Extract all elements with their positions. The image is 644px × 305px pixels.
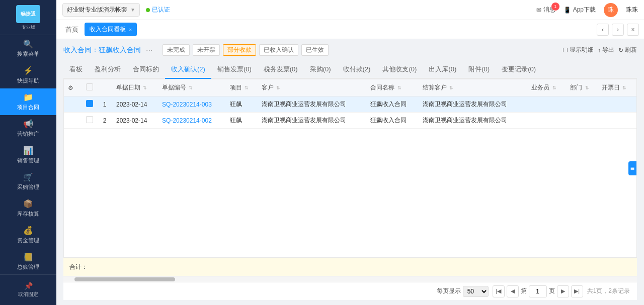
sidebar-item-marketing[interactable]: 📢营销推广 bbox=[0, 115, 56, 142]
sub-tab-payment[interactable]: 收付款(2) bbox=[337, 61, 377, 78]
right-action-panel[interactable]: ≡ bbox=[628, 161, 636, 175]
sub-tab-tax-invoice[interactable]: 税务发票(0) bbox=[258, 61, 304, 78]
table-area: ⚙ 单据日期 ⇅ 单据编号 ⇅ 项目 ⇅ 客户 ⇅ 合同名称 ⇅ 结算客户 ⇅ … bbox=[63, 79, 637, 258]
table-row[interactable]: 2 2023-02-14 SQ-20230214-002 狂飙 湖南卫视商业运营… bbox=[64, 113, 636, 129]
sidebar-item-purchase[interactable]: 🛒采购管理 bbox=[0, 168, 56, 195]
sort-icon-open-date[interactable]: ⇅ bbox=[622, 85, 626, 90]
sub-tab-change-log[interactable]: 变更记录(0) bbox=[496, 61, 542, 78]
sort-icon-dept[interactable]: ⇅ bbox=[585, 85, 589, 90]
total-row: 合计： bbox=[63, 258, 637, 276]
status-tag-not-invoiced[interactable]: 未开票 bbox=[193, 44, 220, 56]
status-tag-active[interactable]: 已生效 bbox=[301, 44, 329, 56]
sidebar-item-quick-nav[interactable]: ⚡快捷导航 bbox=[0, 62, 56, 88]
sidebar-item-general[interactable]: 📒总账管理 bbox=[0, 248, 56, 274]
header-checkbox[interactable] bbox=[86, 83, 93, 90]
first-page-btn[interactable]: |◀ bbox=[493, 285, 505, 297]
topbar-message-btn[interactable]: ✉ 消息 1 bbox=[536, 6, 555, 14]
tab-active[interactable]: 收入合同看板 × bbox=[85, 23, 137, 36]
sidebar: 畅捷通 专业版 🔍搜索菜单⚡快捷导航📁项目合同📢营销推广📊销售管理🛒采购管理📦库… bbox=[0, 0, 56, 305]
sub-tab-in-out[interactable]: 出入库(0) bbox=[423, 61, 462, 78]
topbar-right: ✉ 消息 1 📱 App下载 珠 珠珠 bbox=[536, 3, 638, 17]
scrollbar-thumb[interactable] bbox=[74, 277, 175, 281]
status-tag-not-complete[interactable]: 未完成 bbox=[163, 44, 190, 56]
tabbar: 首页 收入合同看板 × ‹ › × bbox=[56, 20, 644, 39]
tab-active-label: 收入合同看板 bbox=[90, 25, 126, 34]
tab-nav-close[interactable]: × bbox=[627, 24, 639, 36]
tab-home[interactable]: 首页 bbox=[61, 25, 83, 34]
header-action-export[interactable]: ↑ 导出 bbox=[598, 46, 614, 54]
topbar-company-name: 好业财专业版演示帐套 bbox=[67, 6, 127, 14]
sub-tab-purchase[interactable]: 采购(0) bbox=[304, 61, 337, 78]
page-size-dropdown[interactable]: 50 20 100 bbox=[463, 286, 489, 297]
tab-nav-prev[interactable]: ‹ bbox=[597, 24, 609, 36]
more-options-icon[interactable]: ··· bbox=[146, 46, 152, 55]
th-end-customer: 结算客户 ⇅ bbox=[419, 79, 528, 96]
page-size-select: 每页显示 50 20 100 bbox=[437, 286, 489, 297]
tab-nav-next[interactable]: › bbox=[612, 24, 624, 36]
prev-page-btn[interactable]: ◀ bbox=[507, 285, 519, 297]
page-input[interactable] bbox=[529, 285, 547, 297]
sort-icon-project[interactable]: ⇅ bbox=[245, 85, 249, 90]
settings-icon[interactable]: ⚙ bbox=[68, 84, 73, 91]
page-total: 共1页，2条记录 bbox=[587, 287, 630, 295]
row-date-0: 2023-02-14 bbox=[112, 96, 158, 113]
table-header-row: ⚙ 单据日期 ⇅ 单据编号 ⇅ 项目 ⇅ 客户 ⇅ 合同名称 ⇅ 结算客户 ⇅ … bbox=[64, 79, 636, 96]
row-code-link-1[interactable]: SQ-20230214-002 bbox=[162, 117, 212, 124]
status-tag-partial-received[interactable]: 部分收款 bbox=[223, 44, 256, 56]
sidebar-item-label: 搜索菜单 bbox=[17, 50, 39, 58]
sales-icon: 📊 bbox=[23, 146, 33, 155]
sidebar-item-capital[interactable]: 💰资金管理 bbox=[0, 222, 56, 248]
sort-icon-date[interactable]: ⇅ bbox=[143, 85, 147, 90]
sub-tab-income-confirm[interactable]: 收入确认(2) bbox=[165, 61, 211, 78]
topbar-app-label: App下载 bbox=[573, 6, 596, 14]
scrollbar-area[interactable] bbox=[63, 276, 637, 282]
row-num-0: 1 bbox=[97, 96, 112, 113]
sub-tab-other-income[interactable]: 其他收支(0) bbox=[376, 61, 423, 78]
sort-icon-end-customer[interactable]: ⇅ bbox=[449, 85, 453, 90]
row-checkbox-0[interactable] bbox=[86, 100, 93, 107]
topbar-avatar[interactable]: 珠 bbox=[604, 3, 618, 17]
header-action-refresh[interactable]: ↻ 刷新 bbox=[618, 46, 637, 54]
message-icon: ✉ bbox=[536, 7, 541, 14]
topbar-username[interactable]: 珠珠 bbox=[626, 6, 638, 14]
sidebar-bottom-cancel-pin[interactable]: 📌 取消固定 bbox=[0, 279, 56, 301]
status-tags: 未完成未开票部分收款已收入确认已生效 bbox=[163, 44, 329, 56]
topbar-app-btn[interactable]: 📱 App下载 bbox=[564, 6, 596, 14]
sort-icon-salesman[interactable]: ⇅ bbox=[552, 85, 556, 90]
pin-icon: 📌 bbox=[24, 282, 33, 290]
topbar-company[interactable]: 好业财专业版演示帐套 ▼ bbox=[62, 3, 140, 17]
row-customer-1: 湖南卫视商业运营发展有限公司 bbox=[258, 113, 367, 129]
row-checkbox-1[interactable] bbox=[86, 116, 93, 123]
sidebar-item-label: 库存核算 bbox=[17, 210, 39, 218]
header-action-show-detail[interactable]: ☐ 显示明细 bbox=[562, 46, 594, 54]
total-label: 合计： bbox=[69, 263, 88, 271]
next-page-btn[interactable]: ▶ bbox=[557, 285, 569, 297]
sidebar-item-label: 销售管理 bbox=[17, 157, 39, 164]
sub-tab-profit[interactable]: 盈利分析 bbox=[89, 61, 127, 78]
th-date: 单据日期 ⇅ bbox=[112, 79, 158, 96]
sidebar-item-inventory[interactable]: 📦库存核算 bbox=[0, 195, 56, 222]
tab-close-icon[interactable]: × bbox=[129, 27, 132, 33]
phone-icon: 📱 bbox=[564, 7, 571, 14]
table-row[interactable]: 1 2023-02-14 SQ-20230214-003 狂飙 湖南卫视商业运营… bbox=[64, 96, 636, 113]
sub-tab-dashboard[interactable]: 看板 bbox=[63, 61, 89, 78]
last-page-btn[interactable]: ▶| bbox=[571, 285, 583, 297]
th-salesman: 业务员 ⇅ bbox=[527, 79, 566, 96]
sidebar-item-sales[interactable]: 📊销售管理 bbox=[0, 142, 56, 168]
sidebar-item-project[interactable]: 📁项目合同 bbox=[0, 88, 56, 115]
sort-icon-contract[interactable]: ⇅ bbox=[397, 85, 401, 90]
sort-icon-code[interactable]: ⇅ bbox=[189, 85, 193, 90]
row-dept-1 bbox=[566, 113, 598, 129]
page-size-label: 每页显示 bbox=[437, 287, 461, 295]
row-end-customer-1: 湖南卫视商业运营发展有限公司 bbox=[419, 113, 528, 129]
sub-tab-attachments[interactable]: 附件(0) bbox=[462, 61, 496, 78]
sub-tab-contract-standard[interactable]: 合同标的 bbox=[127, 61, 165, 78]
page-header: 收入合同：狂飙收入合同 ··· 未完成未开票部分收款已收入确认已生效 ☐ 显示明… bbox=[63, 44, 637, 56]
status-tag-confirmed[interactable]: 已收入确认 bbox=[259, 44, 298, 56]
sidebar-item-label: 营销推广 bbox=[17, 130, 39, 138]
row-code-link-0[interactable]: SQ-20230214-003 bbox=[162, 101, 212, 108]
row-contract-0: 狂飙收入合同 bbox=[366, 96, 419, 113]
sub-tab-sales-invoice[interactable]: 销售发票(0) bbox=[211, 61, 258, 78]
sidebar-item-search[interactable]: 🔍搜索菜单 bbox=[0, 35, 56, 62]
sort-icon-customer[interactable]: ⇅ bbox=[276, 85, 280, 90]
